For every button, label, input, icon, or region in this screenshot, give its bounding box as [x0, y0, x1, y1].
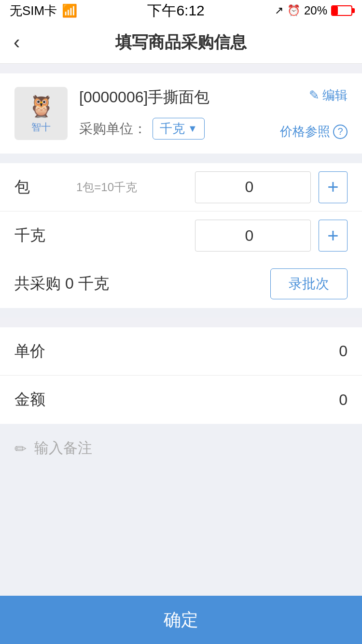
nav-bar: ‹ 填写商品采购信息: [0, 21, 362, 64]
back-icon: ‹: [14, 31, 20, 53]
pack-input[interactable]: [195, 171, 311, 203]
product-name: [0000006]手撕面包: [79, 87, 348, 108]
notes-section[interactable]: ✏ 输入备注: [0, 424, 362, 473]
unit-value: 千克: [160, 120, 185, 137]
section-separator-1: [0, 154, 362, 163]
wifi-icon: 📶: [62, 3, 77, 18]
carrier-label: 无SIM卡: [10, 2, 57, 19]
price-ref-label: 价格参照: [280, 123, 330, 140]
input-section: 包 1包=10千克 + 千克 +: [0, 163, 362, 260]
back-button[interactable]: ‹: [14, 31, 20, 53]
kg-plus-button[interactable]: +: [319, 220, 348, 252]
pack-label: 包: [14, 177, 72, 198]
kg-label: 千克: [14, 225, 72, 246]
kg-input[interactable]: [195, 220, 311, 252]
edit-label: 编辑: [322, 87, 348, 104]
battery-icon: [331, 5, 352, 16]
unit-price-value: 0: [339, 342, 348, 360]
pack-plus-button[interactable]: +: [319, 171, 348, 203]
edit-button[interactable]: ✎ 编辑: [309, 87, 348, 104]
product-card: 🦉 智十 [0000006]手撕面包 采购单位： 千克 ▼ ✎ 编辑 价格参照 …: [0, 73, 362, 154]
unit-price-row: 单价 0: [0, 327, 362, 376]
pencil-icon: ✏: [14, 440, 27, 457]
summary-row: 共采购 0 千克 录批次: [0, 260, 362, 308]
pack-input-row: 包 1包=10千克 +: [0, 163, 362, 211]
unit-price-label: 单价: [14, 341, 45, 362]
help-icon: ?: [333, 125, 348, 139]
price-section: 单价 0 金额 0: [0, 327, 362, 424]
status-left: 无SIM卡 📶: [10, 2, 77, 19]
status-time: 下午6:12: [147, 1, 204, 21]
batch-button[interactable]: 录批次: [270, 268, 348, 299]
confirm-button[interactable]: 确定: [0, 596, 362, 644]
summary-text: 共采购 0 千克: [14, 273, 109, 294]
amount-row: 金额 0: [0, 376, 362, 424]
pack-field-wrap: +: [137, 171, 348, 203]
price-reference-button[interactable]: 价格参照 ?: [280, 123, 348, 140]
notes-placeholder: 输入备注: [34, 438, 92, 458]
unit-select[interactable]: 千克 ▼: [153, 118, 205, 140]
edit-icon: ✎: [309, 88, 320, 103]
unit-label: 采购单位：: [79, 120, 147, 138]
status-bar: 无SIM卡 📶 下午6:12 ↗ ⏰ 20%: [0, 0, 362, 21]
brand-text: 智十: [31, 121, 51, 134]
section-separator-2: [0, 308, 362, 318]
kg-input-row: 千克 +: [0, 211, 362, 260]
amount-label: 金额: [14, 389, 45, 410]
status-right: ↗ ⏰ 20%: [275, 4, 352, 17]
kg-field-wrap: +: [72, 220, 348, 252]
battery-percent: 20%: [304, 4, 327, 17]
alarm-icon: ⏰: [287, 4, 300, 17]
page-title: 填写商品采购信息: [115, 31, 247, 54]
pack-sublabel: 1包=10千克: [76, 180, 137, 195]
product-image: 🦉 智十: [14, 87, 68, 140]
owl-icon: 🦉: [28, 94, 55, 119]
unit-arrow: ▼: [188, 123, 197, 134]
amount-value: 0: [339, 391, 348, 409]
location-icon: ↗: [275, 4, 283, 17]
